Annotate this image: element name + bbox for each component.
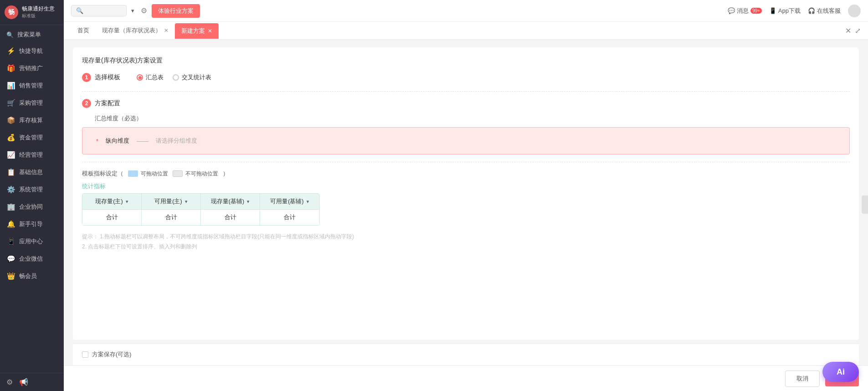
sidebar-item-app-center[interactable]: 📱 应用中心 — [0, 233, 64, 250]
tab-new-plan[interactable]: 新建方案 ✕ — [175, 23, 219, 39]
member-icon: 👑 — [6, 272, 15, 280]
search-icon: 🔍 — [6, 31, 14, 38]
online-service-item[interactable]: 🎧 在线客服 — [808, 7, 841, 15]
chevron-icon-2: ▾ — [247, 199, 250, 205]
new-plan-tab-close[interactable]: ✕ — [208, 28, 212, 34]
dimension-dash: —— — [137, 138, 148, 144]
sidebar-item-marketing[interactable]: 🎁 营销推广 — [0, 60, 64, 77]
stats-header-cell-3[interactable]: 可用量(基辅) ▾ — [260, 194, 319, 209]
stats-body-cell-3: 合计 — [260, 209, 319, 225]
topbar-search-input[interactable] — [85, 8, 122, 14]
sidebar-item-basic-info[interactable]: 📋 基础信息 — [0, 164, 64, 181]
dimension-placeholder[interactable]: 请选择分组维度 — [156, 137, 197, 145]
save-label[interactable]: 方案保存(可选) — [92, 350, 132, 359]
sidebar-item-label: 应用中心 — [19, 237, 43, 246]
sidebar-item-label: 系统管理 — [19, 185, 43, 194]
tip-text-1: 2. 点击标题栏下拉可设置排序、插入列和删除列 — [82, 243, 197, 250]
inventory-status-tab-close[interactable]: ✕ — [164, 27, 168, 34]
user-avatar[interactable] — [848, 5, 861, 17]
ai-float-button[interactable]: Ai — [822, 362, 859, 382]
sidebar-item-system[interactable]: ⚙️ 系统管理 — [0, 181, 64, 198]
indicator-settings-suffix: ） — [223, 170, 229, 178]
wechat-icon: 💬 — [6, 255, 15, 263]
non-draggable-legend-box — [173, 170, 183, 177]
divider-2 — [82, 162, 850, 162]
radio-cross-label: 交叉统计表 — [182, 73, 211, 82]
right-toggle[interactable] — [862, 196, 868, 214]
section-config: 2 方案配置 汇总维度（必选） * 纵向维度 —— 请选择分组维度 模板指标设定… — [82, 99, 850, 251]
sidebar-item-quick-nav[interactable]: ⚡ 快捷导航 — [0, 42, 64, 60]
sidebar-item-label: 销售管理 — [19, 82, 43, 90]
topbar-dropdown-button[interactable]: ▾ — [131, 7, 134, 14]
experience-btn[interactable]: 体验行业方案 — [152, 4, 200, 18]
legend-non-draggable-item: 不可拖动位置 — [173, 170, 218, 178]
stats-header-cell-2[interactable]: 现存量(基辅) ▾ — [201, 194, 260, 209]
stats-label: 统计指标 — [82, 182, 850, 190]
radio-summary[interactable]: 汇总表 — [137, 73, 163, 82]
enterprise-icon: 🏢 — [6, 203, 15, 211]
app-download-item[interactable]: 📱 App下载 — [769, 7, 801, 15]
tips-section: 提示： 1.拖动标题栏可以调整布局，不可跨维度或指标区域拖动栏目字段(只能在同一… — [82, 232, 850, 251]
cancel-button[interactable]: 取消 — [785, 370, 820, 387]
system-icon: ⚙️ — [6, 185, 15, 194]
stats-header-cell-1[interactable]: 可用量(主) ▾ — [142, 194, 201, 209]
app-name: 畅康通好生意 — [22, 5, 55, 13]
sidebar-item-enterprise[interactable]: 🏢 企业协同 — [0, 198, 64, 216]
sidebar-item-finance[interactable]: 💰 资金管理 — [0, 129, 64, 146]
page-title: 现存量(库存状况表)方案设置 — [82, 57, 850, 65]
tab-close-all-icon[interactable]: ✕ — [845, 26, 851, 35]
sidebar-item-member[interactable]: 👑 畅会员 — [0, 268, 64, 285]
message-label: 消息 — [737, 7, 749, 15]
quick-nav-icon: ⚡ — [6, 47, 15, 55]
sidebar-item-wechat[interactable]: 💬 企业微信 — [0, 250, 64, 268]
tip-item-1: 2. 点击标题栏下拉可设置排序、插入列和删除列 — [82, 242, 850, 251]
radio-cross[interactable]: 交叉统计表 — [173, 73, 211, 82]
radio-summary-circle — [137, 74, 143, 81]
headset-icon: 🎧 — [808, 7, 815, 14]
logo-icon: 畅 — [5, 5, 18, 19]
phone-icon: 📱 — [769, 7, 776, 14]
stats-body-cell-0: 合计 — [82, 209, 142, 225]
operations-icon: 📈 — [6, 151, 15, 159]
stats-body-row: 合计 合计 合计 合计 — [82, 209, 319, 225]
sidebar-item-new-guide[interactable]: 🔔 新手引导 — [0, 216, 64, 233]
sidebar-search-row[interactable]: 🔍 搜索菜单 — [0, 27, 64, 42]
sidebar-item-purchase[interactable]: 🛒 采购管理 — [0, 94, 64, 112]
sidebar-item-operations[interactable]: 📈 经营管理 — [0, 146, 64, 164]
tab-home[interactable]: 首页 — [71, 23, 96, 39]
section1-title: 选择模板 — [95, 73, 120, 82]
purchase-icon: 🛒 — [6, 99, 15, 107]
inventory-icon: 📦 — [6, 116, 15, 124]
dimension-required-mark: * — [96, 138, 98, 144]
stats-header-cell-0[interactable]: 现存量(主) ▾ — [82, 194, 142, 209]
message-item[interactable]: 💬 消息 99+ — [728, 7, 762, 15]
topbar-search-box[interactable]: 🔍 — [71, 5, 127, 16]
tab-expand-icon[interactable]: ⤢ — [855, 26, 861, 35]
sidebar: 畅 畅康通好生意 标准版 🔍 搜索菜单 ⚡ 快捷导航 🎁 营销推广 📊 销售管理… — [0, 0, 64, 391]
content-area: 现存量(库存状况表)方案设置 1 选择模板 汇总表 交叉统计表 — [64, 40, 868, 365]
tips-prefix: 提示： — [82, 233, 98, 240]
radio-cross-circle — [173, 74, 179, 81]
sidebar-footer: ⚙ 📢 — [0, 373, 64, 391]
settings-footer-icon[interactable]: ⚙ — [6, 378, 13, 386]
sidebar-search-label: 搜索菜单 — [17, 31, 41, 39]
basic-info-icon: 📋 — [6, 168, 15, 176]
sidebar-item-sales[interactable]: 📊 销售管理 — [0, 77, 64, 94]
sidebar-item-label: 经营管理 — [19, 151, 43, 159]
sidebar-item-label: 企业协同 — [19, 203, 43, 211]
save-option-row: 方案保存(可选) — [73, 344, 859, 365]
sidebar-item-label: 快捷导航 — [19, 47, 43, 55]
speaker-icon[interactable]: 📢 — [19, 378, 28, 386]
tab-inventory-status[interactable]: 现存量（库存状况表） ✕ — [96, 23, 175, 39]
legend-draggable-item: 可拖动位置 — [128, 170, 168, 178]
stats-section: 统计指标 现存量(主) ▾ 可用量(主) ▾ — [82, 182, 850, 227]
topbar-settings-icon[interactable]: ⚙ — [141, 6, 147, 15]
save-checkbox[interactable] — [82, 351, 88, 358]
tip-text-0: 1.拖动标题栏可以调整布局，不可跨维度或指标区域拖动栏目字段(只能在同一维度或指… — [100, 233, 354, 240]
bottom-bar: 取消 查询 — [64, 365, 868, 391]
stats-header-label-3: 可用量(基辅) — [270, 197, 304, 206]
app-version: 标准版 — [22, 13, 55, 19]
sidebar-item-inventory[interactable]: 📦 库存核算 — [0, 112, 64, 129]
stats-body-cell-2: 合计 — [201, 209, 260, 225]
tabs-bar: 首页 现存量（库存状况表） ✕ 新建方案 ✕ ✕ ⤢ — [64, 22, 868, 40]
